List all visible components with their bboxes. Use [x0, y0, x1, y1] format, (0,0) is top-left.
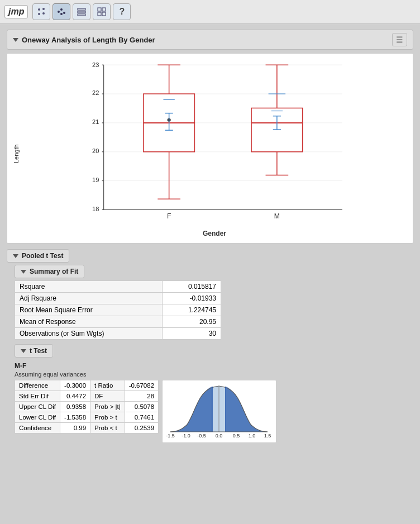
svg-point-0	[38, 8, 40, 11]
toolbar: jmp ?	[0, 0, 420, 24]
chart-plot-area: 23 22 21 20 19 18	[22, 59, 407, 237]
summary-of-fit-section: Summary of Fit Rsquare0.015817Adj Rsquar…	[15, 265, 413, 340]
t-test-row: Confidence0.99Prob < t0.2539	[15, 423, 159, 434]
svg-rect-12	[102, 8, 106, 11]
svg-point-6	[63, 12, 65, 14]
t-val1: 0.99	[60, 423, 90, 434]
t-stat1: Confidence	[15, 423, 60, 434]
svg-point-1	[42, 8, 45, 10]
t-stat1: Difference	[15, 380, 60, 391]
svg-rect-8	[78, 8, 85, 10]
fit-stat-name: Rsquare	[15, 281, 163, 293]
fit-table-row: Rsquare0.015817	[15, 281, 221, 293]
t-stat1: Std Err Dif	[15, 391, 60, 402]
svg-text:-0.5: -0.5	[197, 433, 206, 439]
t-test-table: Difference-0.3000t Ratio-0.67082Std Err …	[15, 380, 159, 434]
svg-text:20: 20	[92, 147, 99, 154]
pooled-t-test-header[interactable]: Pooled t Test	[7, 249, 69, 263]
summary-of-fit-label: Summary of Fit	[30, 268, 78, 275]
svg-text:21: 21	[92, 118, 99, 125]
chart-inner: Length 23 22 21	[13, 59, 407, 237]
analysis-header: Oneway Analysis of Length By Gender ☰	[7, 30, 413, 50]
bell-curve-svg: -1.5 -1.0 -0.5 0.0 0.5 1.0 1.5	[165, 383, 274, 439]
svg-text:1.5: 1.5	[264, 433, 271, 439]
svg-text:0.0: 0.0	[216, 433, 223, 439]
svg-text:23: 23	[92, 61, 99, 68]
summary-collapse-icon	[21, 270, 26, 274]
svg-point-2	[38, 13, 40, 15]
svg-text:M: M	[274, 212, 280, 220]
fit-stat-name: Observations (or Sum Wgts)	[15, 328, 163, 340]
t-stat2: Prob < t	[90, 423, 125, 434]
toolbar-btn-help[interactable]: ?	[113, 3, 131, 20]
svg-text:0.5: 0.5	[233, 433, 240, 439]
svg-rect-14	[102, 12, 106, 16]
t-val2: 0.5078	[125, 402, 158, 412]
t-test-label: t Test	[30, 347, 47, 355]
analysis-title-group: Oneway Analysis of Length By Gender	[13, 36, 155, 44]
t-val2: -0.67082	[125, 380, 158, 391]
t-stat2: Prob > |t|	[90, 402, 125, 412]
svg-text:1.0: 1.0	[249, 433, 256, 439]
svg-point-7	[60, 13, 63, 15]
toolbar-btn-table[interactable]	[73, 3, 90, 20]
fit-table: Rsquare0.015817Adj Rsquare-0.01933Root M…	[15, 280, 221, 340]
fit-stat-name: Mean of Response	[15, 316, 163, 328]
t-val1: -0.3000	[60, 380, 90, 391]
chart-container: Length 23 22 21	[7, 53, 413, 244]
svg-text:22: 22	[92, 89, 99, 96]
t-test-header[interactable]: t Test	[15, 344, 53, 358]
fit-stat-value: 30	[162, 328, 221, 340]
fit-stat-value: -0.01933	[162, 293, 221, 304]
main-content: Oneway Analysis of Length By Gender ☰ Le…	[0, 24, 420, 453]
fit-stat-value: 0.015817	[162, 281, 221, 293]
toolbar-btn-active[interactable]	[52, 3, 70, 20]
svg-text:-1.5: -1.5	[166, 433, 175, 439]
svg-rect-11	[98, 8, 101, 11]
t-test-row: Std Err Dif0.4472DF28	[15, 391, 159, 402]
svg-point-4	[58, 11, 60, 13]
svg-point-3	[42, 12, 45, 15]
svg-text:-1.0: -1.0	[182, 433, 190, 439]
fit-stat-name: Adj Rsquare	[15, 293, 163, 304]
pooled-t-test-label: Pooled t Test	[22, 252, 63, 260]
t-test-comparison: M-F	[15, 362, 413, 370]
svg-text:19: 19	[92, 177, 99, 183]
toolbar-btn-window[interactable]	[93, 3, 111, 20]
t-val1: -1.5358	[60, 412, 90, 423]
fit-table-row: Observations (or Sum Wgts)30	[15, 328, 221, 340]
analysis-title: Oneway Analysis of Length By Gender	[22, 36, 155, 44]
fit-table-row: Adj Rsquare-0.01933	[15, 293, 221, 304]
svg-rect-10	[78, 14, 85, 16]
t-test-content: Difference-0.3000t Ratio-0.67082Std Err …	[15, 380, 413, 443]
svg-text:18: 18	[92, 206, 99, 212]
bell-chart: -1.5 -1.0 -0.5 0.0 0.5 1.0 1.5	[162, 380, 276, 443]
t-val1: 0.9358	[60, 402, 90, 412]
fit-table-row: Root Mean Square Error1.224745	[15, 304, 221, 316]
collapse-icon[interactable]	[13, 38, 18, 42]
fit-stat-name: Root Mean Square Error	[15, 304, 163, 316]
hamburger-menu[interactable]: ☰	[392, 33, 407, 46]
t-val2: 0.7461	[125, 412, 158, 423]
t-test-section: t Test M-F Assuming equal variances Diff…	[15, 344, 413, 443]
t-stat2: DF	[90, 391, 125, 402]
svg-text:F: F	[167, 212, 171, 220]
t-test-row: Difference-0.3000t Ratio-0.67082	[15, 380, 159, 391]
t-stat2: Prob > t	[90, 412, 125, 423]
t-stat1: Lower CL Dif	[15, 412, 60, 423]
pooled-t-test-section: Pooled t Test Summary of Fit Rsquare0.01…	[7, 249, 413, 443]
t-stat1: Upper CL Dif	[15, 402, 60, 412]
svg-point-5	[60, 8, 63, 11]
fit-table-row: Mean of Response20.95	[15, 316, 221, 328]
fit-stat-value: 20.95	[162, 316, 221, 328]
pooled-collapse-icon	[13, 254, 18, 258]
t-test-assumption: Assuming equal variances	[15, 371, 413, 378]
toolbar-btn-scatter[interactable]	[32, 3, 50, 20]
jmp-logo: jmp	[4, 5, 28, 18]
fit-stat-value: 1.224745	[162, 304, 221, 316]
t-val2: 28	[125, 391, 158, 402]
boxplot-svg: 23 22 21 20 19 18	[22, 59, 407, 227]
summary-of-fit-header[interactable]: Summary of Fit	[15, 265, 84, 278]
svg-rect-9	[78, 11, 85, 13]
x-axis-label: Gender	[22, 230, 407, 237]
